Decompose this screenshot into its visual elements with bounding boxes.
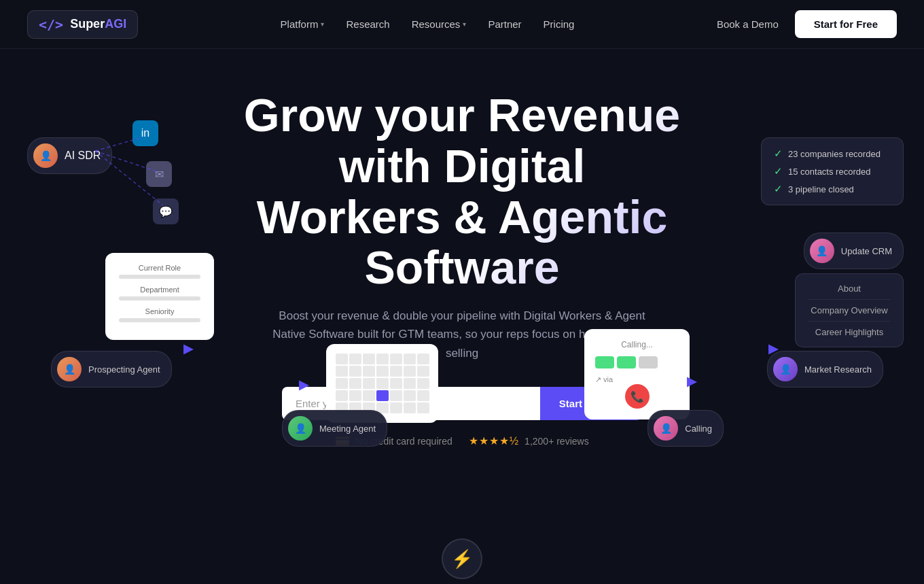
company-row-about: About [808,284,891,300]
check-icon: ✓ [774,183,783,195]
trusted-section: ⚡ Trusted by forward thinking businesses… [0,525,924,584]
company-row-highlights: Career Highlights [808,327,891,337]
company-info-card: About Company Overview Career Highlights [795,273,904,347]
prospect-field-role: Current Role [119,264,200,279]
cal-cell [376,402,389,413]
cal-cell [349,402,361,413]
reviews-item: ★★★★½ 1,200+ reviews [469,434,589,447]
prospect-bar [119,275,200,279]
arrow-icon: ▶ [299,377,308,392]
reviews-count: 1,200+ reviews [525,436,589,447]
nav-right: Book a Demo Start for Free [717,10,897,38]
logo-icon: </> [39,16,63,33]
prospecting-avatar: 👤 [57,357,82,381]
cal-cell [336,390,348,401]
cal-cell [417,366,429,377]
nav-resources[interactable]: Resources ▾ [412,18,467,30]
cal-cell [390,366,402,377]
calling-header-label: Calling... [595,340,679,349]
cal-cell [376,366,389,377]
prospecting-agent-label: Prospecting Agent [88,364,160,375]
cal-cell [363,390,375,401]
svg-line-0 [95,137,143,151]
market-research-avatar: 👤 [773,357,798,381]
prospect-bar [119,296,200,300]
meeting-agent-label: Meeting Agent [319,424,376,434]
cal-cell [363,378,375,389]
prospect-bar [119,318,200,322]
crm-stat-label: 23 companies recorded [788,149,881,159]
cal-cell [336,402,348,413]
market-research-label: Market Research [804,364,872,375]
hero-meta: 💳 No credit card required ★★★★½ 1,200+ r… [27,434,897,449]
company-row-overview: Company Overview [808,305,891,322]
cal-cell [417,390,429,401]
cal-cell [417,402,429,413]
navbar: </> SuperAGI Platform ▾ Research Resourc… [0,0,924,49]
cal-cell [349,378,361,389]
calling-dot-gray [639,356,658,368]
hero-section: 👤 AI SDR in ✉ 💬 ✓ 23 companies recorded … [0,49,924,525]
cal-cell [417,378,429,389]
cal-cell [390,390,402,401]
chevron-down-icon: ▾ [321,20,324,28]
cal-cell [363,354,375,364]
calling-dot-green [595,356,614,368]
nav-links: Platform ▾ Research Resources ▾ Partner … [281,18,575,30]
crm-stat-row: ✓ 3 pipeline closed [774,183,891,195]
end-call-button: 📞 [625,384,650,409]
cal-cell [349,390,361,401]
cal-cell [390,402,402,413]
calling-dots [595,356,679,368]
crm-stats-card: ✓ 23 companies recorded ✓ 15 contacts re… [761,137,904,205]
cal-cell [376,378,389,389]
cal-cell-active [376,390,389,401]
no-cc-label: No credit card required [355,436,452,447]
nav-research[interactable]: Research [346,18,389,30]
cal-cell [417,354,429,364]
calling-card: Calling... ↗ via 📞 [584,329,690,419]
cal-cell [376,354,389,364]
calendar-card [326,344,438,423]
arrow-icon: ▶ [768,341,778,356]
cal-cell [349,354,361,364]
market-research-badge: 👤 Market Research [767,351,883,388]
ai-sdr-avatar: 👤 [33,143,58,168]
prospect-field-dept: Department [119,286,200,300]
email-symbol: ✉ [155,168,164,181]
arrow-icon: ▶ [183,341,193,356]
cal-cell [390,354,402,364]
stars-icon: ★★★★½ [469,434,519,447]
bolt-icon: ⚡ [451,549,473,570]
svg-line-1 [95,151,156,171]
check-icon: ✓ [774,165,783,177]
crm-stat-label: 15 contacts recorded [788,167,870,177]
cal-cell [390,378,402,389]
nav-pricing[interactable]: Pricing [544,18,575,30]
nav-partner[interactable]: Partner [488,18,521,30]
linkedin-logo: in [141,127,149,139]
nav-platform[interactable]: Platform ▾ [281,18,325,30]
cal-cell [363,402,375,413]
cal-cell [404,390,416,401]
logo[interactable]: </> SuperAGI [27,10,138,39]
arrow-icon: ▶ [687,374,696,389]
calling-label: Calling [685,424,712,434]
crm-stat-row: ✓ 23 companies recorded [774,148,891,160]
crm-stat-label: 3 pipeline closed [788,184,854,194]
crm-stat-row: ✓ 15 contacts recorded [774,165,891,177]
update-crm-badge: 👤 Update CRM [804,233,904,269]
logo-text: SuperAGI [70,17,126,31]
calling-via-label: ↗ via [595,375,613,384]
cal-cell [404,366,416,377]
book-demo-link[interactable]: Book a Demo [717,18,779,30]
update-crm-label: Update CRM [841,246,892,256]
check-icon: ✓ [774,148,783,160]
prospect-field-seniority: Seniority [119,307,200,322]
cal-cell [336,366,348,377]
nav-cta-button[interactable]: Start for Free [795,10,897,38]
cal-cell [336,354,348,364]
svg-line-2 [95,151,163,205]
chat-icon: 💬 [153,199,179,224]
cal-cell [349,366,361,377]
